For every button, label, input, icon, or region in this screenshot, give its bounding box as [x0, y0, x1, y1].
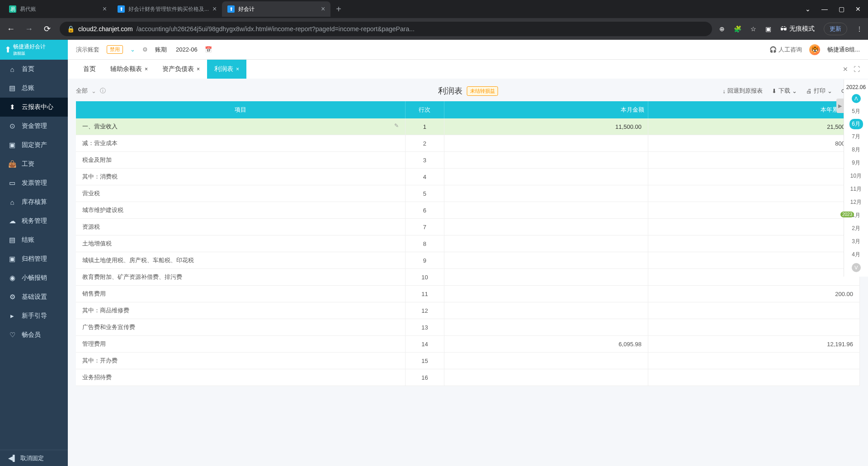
table-row[interactable]: 其中：开办费15 — [76, 353, 860, 369]
rail-month[interactable]: 12月 — [849, 196, 863, 209]
print-button[interactable]: 🖨打印⌄ — [806, 87, 832, 95]
sidebar-unpin[interactable]: ◀▌ 取消固定 — [0, 450, 68, 466]
search-icon[interactable]: ⊕ — [719, 25, 725, 33]
avatar[interactable]: 🐯 — [809, 44, 820, 55]
rail-month[interactable]: 9月 — [849, 156, 863, 169]
chevron-down-icon[interactable]: ⌄ — [130, 46, 135, 53]
download-button[interactable]: ⬇下载⌄ — [772, 87, 797, 95]
sidebar-item-5[interactable]: 👜工资 — [0, 155, 68, 174]
sidebar-item-7[interactable]: ⌂库存核算 — [0, 193, 68, 212]
sidebar-item-8[interactable]: ☁税务管理 — [0, 212, 68, 231]
update-button[interactable]: 更新 — [824, 23, 847, 35]
table-container[interactable]: 项目 行次 本月金额 本年累计金额 一、营业收入✎111,500.0021,50… — [76, 101, 860, 466]
table-row[interactable]: 土地增值税8 — [76, 235, 860, 252]
rail-up-button[interactable]: ᐱ — [852, 94, 861, 103]
close-window-icon[interactable]: ✕ — [855, 5, 861, 13]
sidebar-item-6[interactable]: ▭发票管理 — [0, 174, 68, 193]
new-tab-button[interactable]: + — [330, 4, 347, 14]
sidebar-icon: ⌂ — [8, 198, 16, 206]
sidebar-icon: ▤ — [8, 236, 16, 244]
support-link[interactable]: 🎧 人工咨询 — [769, 46, 802, 54]
table-row[interactable]: 教育费附加、矿产资源补偿费、排污费10 — [76, 269, 860, 286]
browser-tab-0[interactable]: 易 易代账 × — [4, 1, 112, 17]
edit-icon[interactable]: ✎ — [394, 122, 399, 129]
extension-icon[interactable]: 🧩 — [734, 25, 741, 33]
table-row[interactable]: 减：营业成本2800.00 — [76, 135, 860, 152]
rail-month[interactable]: 11月 — [849, 183, 863, 196]
page-tab-1[interactable]: 辅助余额表× — [103, 60, 155, 79]
sidebar-item-9[interactable]: ▤结账 — [0, 231, 68, 249]
close-all-tabs-icon[interactable]: ✕ — [843, 66, 848, 73]
sidebar-item-0[interactable]: ⌂首页 — [0, 60, 68, 79]
table-row[interactable]: 一、营业收入✎111,500.0021,500.00 — [76, 118, 860, 135]
table-row[interactable]: 其中：消费税4 — [76, 169, 860, 185]
gear-icon[interactable]: ⚙ — [142, 46, 148, 53]
table-row[interactable]: 城镇土地使用税、房产税、车船税、印花税9 — [76, 252, 860, 269]
menu-icon[interactable]: ⋮ — [856, 25, 863, 33]
rail-month[interactable]: 6月 — [849, 119, 863, 129]
maximize-icon[interactable]: ▢ — [839, 5, 844, 13]
period-value[interactable]: 2022-06 — [176, 46, 198, 53]
logo[interactable]: ⬆ 畅捷通好会计 旗舰版 — [0, 40, 68, 60]
revert-label: 回退到原报表 — [727, 87, 763, 95]
tab-title: 好会计 — [238, 5, 317, 13]
reload-button[interactable]: ⟳ — [42, 24, 52, 34]
sidebar-item-11[interactable]: ◉小畅报销 — [0, 268, 68, 287]
user-name[interactable]: 畅捷通B组... — [827, 46, 860, 54]
close-icon[interactable]: × — [145, 66, 148, 72]
rail-month[interactable]: 7月 — [849, 130, 863, 143]
account-selector[interactable]: 演示账套 — [76, 46, 99, 54]
rail-month[interactable]: 5月 — [849, 105, 863, 118]
page-tab-0[interactable]: 首页 — [76, 60, 103, 79]
chevron-down-icon[interactable]: ⌄ — [805, 5, 811, 13]
sidebar-item-4[interactable]: ▣固定资产 — [0, 136, 68, 155]
calendar-icon[interactable]: 📅 — [205, 46, 212, 53]
sidebar-item-14[interactable]: ♡畅会员 — [0, 325, 68, 344]
close-icon[interactable]: × — [197, 66, 200, 72]
table-row[interactable]: 其中：商品维修费12 — [76, 302, 860, 319]
cell-year — [648, 219, 859, 235]
url-input[interactable]: 🔒 cloud2.chanjet.com/accounting/uh26t264… — [60, 22, 712, 36]
filter-selector[interactable]: 全部 — [76, 87, 88, 95]
star-icon[interactable]: ☆ — [750, 25, 756, 33]
table-row[interactable]: 管理费用146,095.9812,191.96 — [76, 336, 860, 353]
sidebar-item-13[interactable]: ▸新手引导 — [0, 306, 68, 325]
table-row[interactable]: 营业税5 — [76, 185, 860, 202]
table-row[interactable]: 广告费和业务宣传费13 — [76, 319, 860, 336]
table-row[interactable]: 业务招待费16 — [76, 369, 860, 386]
cell-item: 教育费附加、矿产资源补偿费、排污费 — [76, 269, 405, 286]
close-icon[interactable]: × — [212, 5, 217, 13]
sidebar-item-3[interactable]: ⊙资金管理 — [0, 117, 68, 136]
rail-month[interactable]: 8月 — [849, 143, 863, 156]
bookmark-icon[interactable]: ▣ — [765, 25, 771, 33]
rail-month[interactable]: 3月 — [852, 235, 860, 248]
page-tab-2[interactable]: 资产负债表× — [155, 60, 207, 79]
rail-month[interactable]: 2月 — [852, 222, 860, 235]
table-row[interactable]: 资源税7 — [76, 219, 860, 235]
back-button[interactable]: ← — [5, 24, 16, 34]
page-tab-3[interactable]: 利润表× — [207, 60, 246, 79]
sidebar-item-1[interactable]: ▤总账 — [0, 79, 68, 98]
fullscreen-icon[interactable]: ⛶ — [854, 66, 860, 73]
forward-button[interactable]: → — [24, 24, 34, 34]
expand-handle[interactable]: ▶ — [836, 99, 844, 113]
rail-month[interactable]: 4月 — [852, 248, 860, 261]
table-row[interactable]: 城市维护建设税6 — [76, 202, 860, 219]
rail-down-button[interactable]: ᐯ — [852, 263, 861, 272]
close-icon[interactable]: × — [236, 66, 239, 72]
address-icons: ⊕ 🧩 ☆ ▣ 🕶 无痕模式 更新 ⋮ — [719, 23, 863, 35]
rail-month[interactable]: 10月 — [849, 169, 863, 183]
sidebar-item-10[interactable]: ▣归档管理 — [0, 249, 68, 268]
help-icon[interactable]: ⓘ — [100, 87, 106, 95]
browser-tab-2[interactable]: ⬆ 好会计 × — [222, 1, 330, 17]
sidebar-item-12[interactable]: ⚙基础设置 — [0, 287, 68, 306]
minimize-icon[interactable]: — — [821, 5, 828, 13]
table-row[interactable]: 税金及附加3 — [76, 152, 860, 169]
sidebar-item-2[interactable]: ⬍云报表中心 — [0, 98, 68, 117]
table-row[interactable]: 销售费用11200.00 — [76, 286, 860, 302]
chevron-down-icon[interactable]: ⌄ — [91, 88, 96, 94]
revert-button[interactable]: ↓回退到原报表 — [723, 87, 763, 95]
close-icon[interactable]: × — [103, 5, 107, 13]
close-icon[interactable]: × — [321, 5, 325, 13]
browser-tab-1[interactable]: ⬆ 好会计财务管理软件购买价格及... × — [112, 1, 222, 17]
